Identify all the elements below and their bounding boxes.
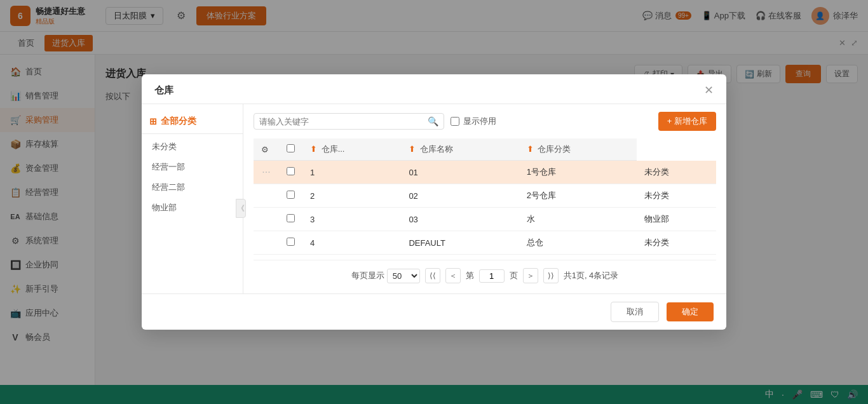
th-code[interactable]: ⬆ 仓库... [302,138,401,161]
row-name-cell: 1号仓库 [519,161,637,184]
th-check[interactable] [279,138,302,161]
row-num-cell: 2 [302,184,401,208]
row-code-cell: 01 [401,161,519,184]
table-body: ··· 1 01 1号仓库 未分类 2 02 [254,161,716,255]
warehouse-search-box[interactable]: 🔍 [254,113,444,130]
modal-close-btn[interactable]: ✕ [704,83,714,97]
page-total: 共1页, 4条记录 [564,270,619,281]
modal-body: ⊞ 全部分类 未分类 经营一部 经营二部 物业部 《 🔍 [142,104,726,293]
row-checkbox[interactable] [287,191,295,199]
row-check-cell[interactable] [279,184,302,208]
show-disabled-checkbox[interactable] [451,117,459,126]
add-warehouse-btn[interactable]: + 新增仓库 [658,112,716,131]
th-gear[interactable]: ⚙ [254,138,279,161]
row-code-cell: DEFAULT [401,231,519,255]
category-grid-icon: ⊞ [149,116,157,126]
row-num-cell: 4 [302,231,401,255]
prev-page-btn[interactable]: ＜ [445,268,461,283]
select-all-checkbox[interactable] [287,144,295,152]
modal-cat-property[interactable]: 物业部 [142,198,243,218]
warehouse-modal: 仓库 ✕ ⊞ 全部分类 未分类 经营一部 经营二部 物业部 《 [142,74,726,330]
row-name-cell: 总仓 [519,231,637,255]
first-page-btn[interactable]: ⟨⟨ [425,268,440,283]
table-row[interactable]: 4 DEFAULT 总仓 未分类 [254,231,716,255]
row-name-cell: 水 [519,208,637,231]
th-category[interactable]: ⬆ 仓库分类 [519,138,637,161]
row-category-cell: 物业部 [637,208,716,231]
modal-content: 🔍 显示停用 + 新增仓库 ⚙ [243,104,726,293]
modal-title: 仓库 [154,84,173,97]
row-category-cell: 未分类 [637,231,716,255]
row-checkbox[interactable] [287,214,295,222]
row-category-cell: 未分类 [637,161,716,184]
row-code-cell: 02 [401,184,519,208]
search-icon: 🔍 [428,116,438,126]
sidebar-collapse-btn[interactable]: 《 [236,199,246,218]
sort-icon: ⬆ [310,144,317,154]
modal-overlay: 仓库 ✕ ⊞ 全部分类 未分类 经营一部 经营二部 物业部 《 [0,0,868,404]
row-check-cell[interactable] [279,208,302,231]
sort-icon-name: ⬆ [409,144,416,154]
row-check-cell[interactable] [279,161,302,184]
modal-footer: 取消 确定 [142,293,726,330]
row-check-cell[interactable] [279,231,302,255]
warehouse-table-container: ⚙ ⬆ 仓库... ⬆ 仓库名称 [254,138,716,255]
modal-cat-unclassified[interactable]: 未分类 [142,137,243,157]
row-actions-cell [254,208,279,231]
row-action-icon[interactable]: ··· [262,166,270,177]
show-disabled-toggle[interactable]: 显示停用 [451,116,496,127]
cancel-btn[interactable]: 取消 [611,302,659,322]
row-code-cell: 03 [401,208,519,231]
row-name-cell: 2号仓库 [519,184,637,208]
confirm-btn[interactable]: 确定 [667,302,714,321]
row-actions-cell [254,231,279,255]
row-actions-cell [254,184,279,208]
next-page-btn[interactable]: ＞ [523,268,538,283]
page-size-select[interactable]: 50 10 20 100 [387,269,420,283]
row-checkbox[interactable] [287,238,295,246]
table-row[interactable]: 2 02 2号仓库 未分类 [254,184,716,208]
pagination: 每页显示 50 10 20 100 ⟨⟨ ＜ 第 页 ＞ ⟩⟩ [254,260,716,286]
modal-toolbar: 🔍 显示停用 + 新增仓库 [254,112,716,131]
modal-cat-operations2[interactable]: 经营二部 [142,177,243,198]
row-actions-cell: ··· [254,161,279,184]
table-row[interactable]: 3 03 水 物业部 [254,208,716,231]
modal-cat-operations1[interactable]: 经营一部 [142,157,243,177]
th-name[interactable]: ⬆ 仓库名称 [401,138,519,161]
row-num-cell: 3 [302,208,401,231]
last-page-btn[interactable]: ⟩⟩ [543,268,559,283]
row-checkbox[interactable] [287,167,295,175]
sort-icon-cat: ⬆ [527,144,534,154]
table-header: ⚙ ⬆ 仓库... ⬆ 仓库名称 [254,138,716,161]
table-row[interactable]: ··· 1 01 1号仓库 未分类 [254,161,716,184]
page-number-input[interactable] [479,269,505,283]
warehouse-search-input[interactable] [259,117,428,126]
row-category-cell: 未分类 [637,184,716,208]
page-size-selector[interactable]: 每页显示 50 10 20 100 [351,269,420,283]
warehouse-table: ⚙ ⬆ 仓库... ⬆ 仓库名称 [254,138,716,255]
modal-sidebar-header[interactable]: ⊞ 全部分类 [142,112,243,134]
modal-header: 仓库 ✕ [142,74,726,104]
modal-sidebar: ⊞ 全部分类 未分类 经营一部 经营二部 物业部 《 [142,104,243,293]
row-num-cell: 1 [302,161,401,184]
